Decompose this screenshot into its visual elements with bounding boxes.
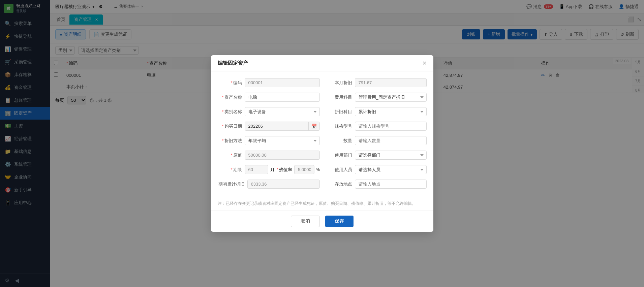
asset-name-input[interactable] xyxy=(245,93,320,102)
modal-header: 编辑固定资产 ✕ xyxy=(211,55,433,71)
monthly-depr-row: 本月折旧 xyxy=(328,78,427,87)
period-residual-inputs: 月 *残值率 % xyxy=(245,165,320,174)
category-label: *类别名称 xyxy=(218,109,242,115)
user-select[interactable]: 请选择人员 xyxy=(355,165,427,174)
residual-rate-wrap: % xyxy=(294,165,320,174)
expense-subject-row: 费用科目 管理费用_固定资产折旧 xyxy=(328,93,427,102)
location-input[interactable] xyxy=(355,180,427,189)
depr-method-select[interactable]: 年限平均 xyxy=(245,136,320,145)
original-value-field-row: *原值 xyxy=(218,151,320,160)
expense-subject-label: 费用科目 xyxy=(328,94,352,100)
user-row: 使用人员 请选择人员 xyxy=(328,165,427,174)
purchase-date-input-wrap: 📅 xyxy=(245,122,320,131)
purchase-date-input[interactable] xyxy=(245,122,308,130)
purchase-date-label: *购买日期 xyxy=(218,123,242,129)
original-value-input[interactable] xyxy=(245,151,320,160)
code-input[interactable] xyxy=(245,78,320,87)
department-row: 使用部门 请选择部门 xyxy=(328,151,427,160)
original-value-label: *原值 xyxy=(218,152,242,158)
modal-overlay: 编辑固定资产 ✕ *编码 *资产名称 *类别名称 xyxy=(0,0,644,287)
modal-right-col: 本月折旧 费用科目 管理费用_固定资产折旧 折旧科目 xyxy=(328,78,427,194)
initial-accum-row: 期初累计折旧 xyxy=(218,180,320,189)
depr-subject-label: 折旧科目 xyxy=(328,109,352,115)
modal-left-col: *编码 *资产名称 *类别名称 电子设备 xyxy=(218,78,320,194)
expense-subject-select[interactable]: 管理费用_固定资产折旧 xyxy=(355,93,427,102)
period-unit-label: 月 xyxy=(270,167,275,173)
depr-method-field-row: *折旧方法 年限平均 xyxy=(218,136,320,145)
category-field-row: *类别名称 电子设备 xyxy=(218,107,320,116)
save-button[interactable]: 保存 xyxy=(325,216,354,227)
purchase-date-field-row: *购买日期 📅 xyxy=(218,122,320,131)
edit-asset-modal: 编辑固定资产 ✕ *编码 *资产名称 *类别名称 xyxy=(211,55,433,232)
department-select[interactable]: 请选择部门 xyxy=(355,151,427,160)
period-residual-row: *期限 月 *残值率 % xyxy=(218,165,320,174)
quantity-label: 数量 xyxy=(328,138,352,144)
residual-rate-input[interactable] xyxy=(294,165,314,174)
calendar-icon[interactable]: 📅 xyxy=(308,122,319,130)
initial-accum-input[interactable] xyxy=(247,180,320,189)
depr-method-select-wrap: 年限平均 xyxy=(245,136,320,145)
modal-footer: 取消 保存 xyxy=(211,211,433,232)
residual-rate-unit: % xyxy=(316,167,320,172)
modal-note: 注：已经存在变更记录或者对应固定资产已经生成凭证，原值、购买日期、残值率、累计折… xyxy=(211,201,433,211)
depr-subject-row: 折旧科目 累计折旧 xyxy=(328,107,427,116)
modal-body: *编码 *资产名称 *类别名称 电子设备 xyxy=(211,71,433,201)
code-label: *编码 xyxy=(218,80,242,86)
user-field-label: 使用人员 xyxy=(328,167,352,173)
expense-subject-wrap: 管理费用_固定资产折旧 xyxy=(355,93,427,102)
monthly-depr-input xyxy=(355,78,427,87)
code-field-row: *编码 xyxy=(218,78,320,87)
asset-name-label: *资产名称 xyxy=(218,94,242,100)
spec-row: 规格型号 xyxy=(328,122,427,131)
depr-subject-select[interactable]: 累计折旧 xyxy=(355,107,427,116)
department-select-wrap: 请选择部门 xyxy=(355,151,427,160)
location-label: 存放地点 xyxy=(328,181,352,187)
user-select-wrap: 请选择人员 xyxy=(355,165,427,174)
department-label: 使用部门 xyxy=(328,152,352,158)
modal-close-icon[interactable]: ✕ xyxy=(422,60,427,66)
initial-accum-label: 期初累计折旧 xyxy=(218,181,245,187)
period-input[interactable] xyxy=(245,165,268,174)
quantity-input[interactable] xyxy=(355,136,427,145)
modal-title: 编辑固定资产 xyxy=(218,60,248,66)
category-select-wrap: 电子设备 xyxy=(245,107,320,116)
monthly-depr-label: 本月折旧 xyxy=(328,80,352,86)
spec-input[interactable] xyxy=(355,122,427,131)
asset-name-field-row: *资产名称 xyxy=(218,93,320,102)
spec-label: 规格型号 xyxy=(328,123,352,129)
category-select[interactable]: 电子设备 xyxy=(245,107,320,116)
depr-subject-wrap: 累计折旧 xyxy=(355,107,427,116)
cancel-button[interactable]: 取消 xyxy=(291,216,320,227)
residual-rate-label: *残值率 xyxy=(277,167,292,173)
location-row: 存放地点 xyxy=(328,180,427,189)
quantity-row: 数量 xyxy=(328,136,427,145)
depr-method-label: *折旧方法 xyxy=(218,138,242,144)
period-label: *期限 xyxy=(218,167,242,173)
